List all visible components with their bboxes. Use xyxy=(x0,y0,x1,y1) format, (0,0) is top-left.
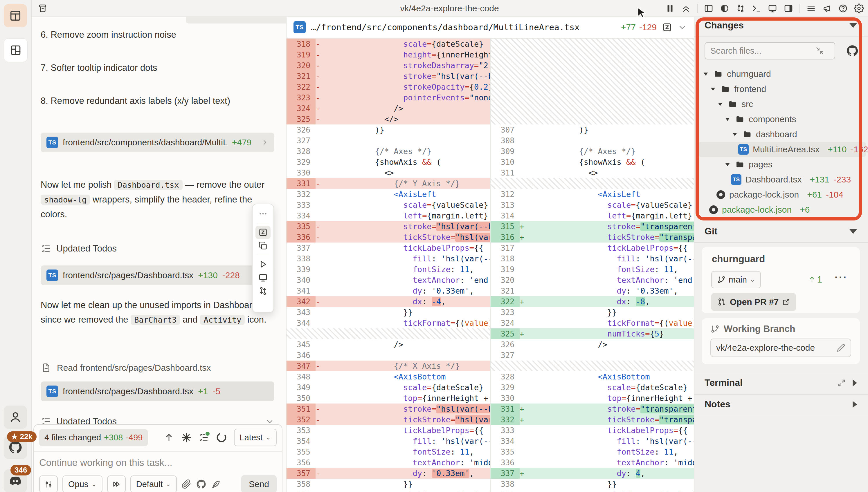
diff-row: 330 <>311 <> xyxy=(286,167,694,178)
pause-button[interactable] xyxy=(665,3,675,13)
todos-button[interactable] xyxy=(198,432,209,443)
diff-rows[interactable]: 318- scale={dateScale}319- height={inner… xyxy=(286,39,694,492)
split-diff-icon xyxy=(258,227,268,237)
theme-toggle[interactable] xyxy=(720,3,729,13)
search-input[interactable] xyxy=(710,46,816,56)
send-button[interactable]: Send xyxy=(241,475,277,492)
working-branch-card: Working Branch vk/4e2a-explore-the-code xyxy=(702,318,860,364)
account-button[interactable] xyxy=(4,405,27,429)
tree-folder-frontend[interactable]: frontend xyxy=(698,81,866,97)
diff-row: 342- dx: -4,322+ dx: -8, xyxy=(286,296,694,307)
github-icon[interactable] xyxy=(846,44,859,57)
split-diff-icon[interactable] xyxy=(662,22,672,32)
fast-forward-button[interactable] xyxy=(107,475,126,492)
quill-button[interactable] xyxy=(211,479,221,489)
diff-row: 353 tickLabelProps={{333 tickLabelProps=… xyxy=(286,425,694,436)
tree-folder-dashboard[interactable]: dashboard xyxy=(698,127,866,142)
composer-settings-button[interactable] xyxy=(39,475,58,492)
tree-folder-src[interactable]: src xyxy=(698,97,866,112)
compare-button[interactable] xyxy=(256,284,271,298)
settings-button[interactable] xyxy=(854,3,864,13)
tree-folder-components[interactable]: components xyxy=(698,112,866,127)
open-pr-button[interactable]: Open PR #7 xyxy=(711,293,796,311)
files-changed-chip[interactable]: 4 files changed +308 -499 xyxy=(39,429,148,446)
view-diff-button[interactable] xyxy=(256,226,271,239)
scroll-to-top-button[interactable] xyxy=(164,432,174,443)
json-file-icon xyxy=(709,205,718,214)
git-repo-card: churnguard main⌄ 1 ··· Open PR #7 xyxy=(702,247,860,313)
tree-file-package-lock.json[interactable]: package-lock.json+6 xyxy=(698,202,866,217)
diff-added-count: +77 xyxy=(621,22,636,32)
help-button[interactable] xyxy=(838,3,848,13)
working-branch-input[interactable]: vk/4e2a-explore-the-code xyxy=(710,339,851,357)
read-file-row[interactable]: Read frontend/src/pages/Dashboard.tsx xyxy=(41,362,274,373)
workspace-button[interactable] xyxy=(4,38,28,62)
panel-right-toggle[interactable] xyxy=(783,3,793,13)
tree-folder-churnguard[interactable]: churnguard xyxy=(698,67,866,81)
branch-dropdown[interactable]: main⌄ xyxy=(711,271,761,288)
notes-section-header[interactable]: Notes xyxy=(705,399,857,410)
terminal-section-header[interactable]: Terminal xyxy=(705,377,857,388)
collapse-all-button[interactable] xyxy=(681,3,691,13)
inline-code: BarChart3 xyxy=(131,315,180,325)
app-rail: ★ 22k 346 xyxy=(0,0,32,492)
tree-file-Dashboard.tsx[interactable]: TSDashboard.tsx+131-233 xyxy=(698,172,866,187)
diff-row: 352- tickStroke="hsl(var(--border))"332+… xyxy=(286,414,694,425)
chevron-down-icon[interactable] xyxy=(678,23,687,32)
diff-file-header[interactable]: TS …/frontend/src/components/dashboard/M… xyxy=(286,17,694,39)
terminal-button[interactable] xyxy=(752,3,761,13)
panel-left-toggle[interactable] xyxy=(704,3,713,13)
more-actions-button[interactable] xyxy=(256,207,271,220)
diff-row: 324- /> xyxy=(286,103,694,114)
workspace-active-button[interactable] xyxy=(4,4,27,27)
diff-panel: TS …/frontend/src/components/dashboard/M… xyxy=(286,17,694,492)
preview-button[interactable] xyxy=(768,3,777,13)
attach-button[interactable] xyxy=(182,479,191,489)
copy-button[interactable] xyxy=(256,239,271,252)
tree-file-package-lock.json[interactable]: package-lock.json+61-104 xyxy=(698,187,866,202)
expand-icon[interactable] xyxy=(837,378,846,388)
message-input[interactable]: Continue working on this task... xyxy=(39,457,277,468)
menu-button[interactable] xyxy=(806,3,816,13)
changes-section-header[interactable]: Changes xyxy=(705,20,857,31)
caret-down-icon xyxy=(709,85,717,93)
model-dropdown[interactable]: Opus⌄ xyxy=(63,475,102,492)
collapse-triangle-icon xyxy=(849,23,857,28)
run-button[interactable] xyxy=(256,257,271,271)
github-context-button[interactable] xyxy=(196,479,206,489)
folder-icon xyxy=(735,160,745,169)
diff-row: 356 textAnchor: 'middle',336 textAnchor:… xyxy=(286,457,694,468)
diff-row: 349 scale={dateScale}329 scale={dateScal… xyxy=(286,382,694,393)
preview-button[interactable] xyxy=(256,271,271,284)
collapse-tree-icon[interactable] xyxy=(816,46,824,55)
diff-row: 328 {/* Axes */}309 {/* Axes */} xyxy=(286,146,694,157)
sparkle-icon[interactable] xyxy=(181,432,192,443)
added-count: +6 xyxy=(800,205,810,215)
repo-more-button[interactable]: ··· xyxy=(835,272,848,284)
fast-forward-icon xyxy=(112,479,121,489)
diff-row: 329 {showAxis && (310 {showAxis && ( xyxy=(286,157,694,167)
git-section-header[interactable]: Git xyxy=(705,226,857,237)
tree-label: dashboard xyxy=(756,129,797,139)
git-compare-button[interactable] xyxy=(736,3,746,13)
mode-dropdown[interactable]: Default⌄ xyxy=(130,475,177,492)
removed-count: -162 xyxy=(850,145,868,154)
typescript-file-icon: TS xyxy=(46,270,58,281)
file-change-chip[interactable]: TS frontend/src/components/dashboard/Mul… xyxy=(41,132,274,152)
tree-file-MultiLineArea.tsx[interactable]: TSMultiLineArea.tsx+110-162 xyxy=(698,142,866,157)
tree-label: pages xyxy=(749,159,773,169)
feedback-button[interactable] xyxy=(822,3,832,13)
version-dropdown[interactable]: Latest⌄ xyxy=(234,429,277,446)
git-branch-icon xyxy=(717,275,726,284)
file-change-chip[interactable]: TS frontend/src/pages/Dashboard.tsx +1 -… xyxy=(41,382,274,401)
assistant-message: Now let me polish Dashboard.tsx — remove… xyxy=(41,177,274,222)
file-search[interactable] xyxy=(705,42,835,59)
todo-active-dot xyxy=(205,431,210,437)
tree-folder-pages[interactable]: pages xyxy=(698,157,866,172)
diff-row: 358 }}338 }} xyxy=(286,479,694,489)
added-count: +61 xyxy=(807,190,822,200)
person-icon xyxy=(9,411,22,424)
pencil-icon[interactable] xyxy=(837,343,845,352)
updated-todos-row[interactable]: Updated Todos xyxy=(41,243,274,254)
file-change-chip[interactable]: TS frontend/src/pages/Dashboard.tsx +130… xyxy=(41,266,274,285)
